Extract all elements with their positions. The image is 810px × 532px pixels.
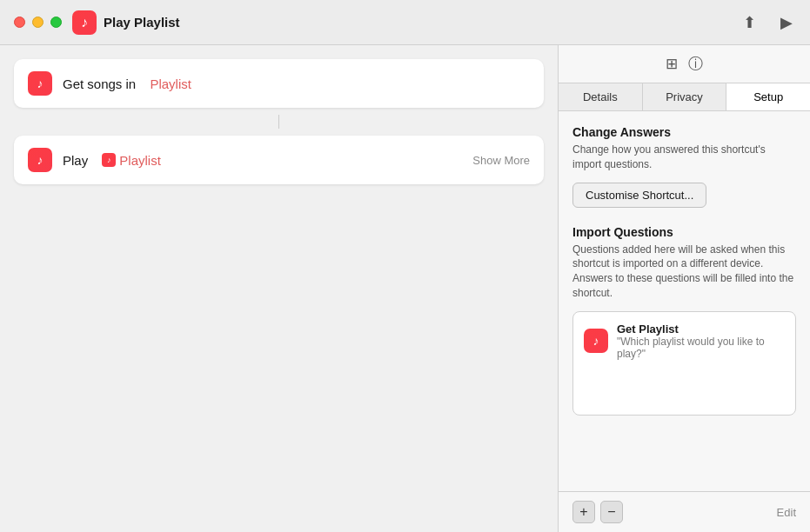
import-question-text-block: Get Playlist "Which playlist would you l… — [617, 323, 785, 360]
playlist-link-icon: ♪ — [102, 153, 116, 167]
play-button[interactable]: ▶ — [777, 10, 796, 36]
footer-buttons: + − — [572, 501, 623, 523]
titlebar: ♪ Play Playlist ⬆ ▶ — [0, 0, 810, 45]
customize-shortcut-button[interactable]: Customise Shortcut... — [572, 183, 706, 208]
main-content: ♪ Get songs in Playlist ♪ Play — [0, 45, 810, 532]
show-more-label[interactable]: Show More — [472, 154, 530, 167]
import-questions-desc: Questions added here will be asked when … — [572, 243, 796, 301]
import-questions-list: ♪ Get Playlist "Which playlist would you… — [572, 311, 796, 416]
panel-toolbar: ⊞ ⓘ — [559, 45, 810, 83]
import-question-music-icon: ♪ — [584, 329, 608, 353]
traffic-lights — [14, 17, 62, 28]
music-icon: ♪ — [37, 76, 44, 90]
panel-footer: + − Edit — [559, 491, 810, 532]
tab-setup[interactable]: Setup — [726, 83, 810, 110]
add-to-dock-button[interactable]: ⊞ — [666, 55, 678, 73]
share-icon: ⬆ — [743, 14, 756, 31]
remove-question-button[interactable]: − — [600, 501, 623, 523]
tab-details[interactable]: Details — [559, 83, 643, 110]
import-question-desc: "Which playlist would you like to play?" — [617, 336, 785, 360]
import-questions-title: Import Questions — [572, 225, 796, 239]
dock-add-icon: ⊞ — [666, 56, 678, 72]
window-title: Play Playlist — [104, 15, 740, 30]
maximize-button[interactable] — [50, 17, 62, 28]
left-panel: ♪ Get songs in Playlist ♪ Play — [0, 45, 558, 532]
play-icon: ▶ — [780, 14, 793, 31]
share-button[interactable]: ⬆ — [740, 10, 760, 36]
music-icon-2: ♪ — [37, 153, 44, 167]
right-panel: ⊞ ⓘ Details Privacy Setup Change Answers… — [558, 45, 810, 532]
edit-button[interactable]: Edit — [777, 506, 796, 519]
tab-privacy[interactable]: Privacy — [643, 83, 727, 110]
play-action-text: Play ♪ Playlist — [63, 153, 462, 168]
actions-divider — [278, 115, 279, 129]
play-action-icon: ♪ — [28, 148, 52, 172]
app-icon: ♪ — [72, 10, 97, 35]
play-playlist-link[interactable]: ♪ Playlist — [102, 153, 161, 168]
play-action[interactable]: ♪ Play ♪ Playlist Show More — [14, 136, 544, 184]
get-songs-action[interactable]: ♪ Get songs in Playlist — [14, 59, 544, 108]
panel-content: Change Answers Change how you answered t… — [559, 111, 810, 491]
minimize-button[interactable] — [32, 17, 44, 28]
music-note-icon: ♪ — [81, 15, 88, 30]
tabs: Details Privacy Setup — [559, 83, 810, 111]
get-songs-playlist-link[interactable]: Playlist — [150, 76, 191, 91]
get-songs-label: Get songs in — [63, 76, 136, 91]
play-label: Play — [63, 153, 88, 168]
change-answers-desc: Change how you answered this shortcut's … — [572, 143, 796, 172]
close-button[interactable] — [14, 17, 25, 28]
info-icon: ⓘ — [688, 56, 703, 72]
titlebar-actions: ⬆ ▶ — [740, 10, 796, 36]
import-question-name: Get Playlist — [617, 323, 785, 336]
info-button[interactable]: ⓘ — [688, 54, 703, 74]
change-answers-title: Change Answers — [572, 125, 796, 139]
import-question-item[interactable]: ♪ Get Playlist "Which playlist would you… — [573, 312, 795, 370]
add-question-button[interactable]: + — [572, 501, 595, 523]
get-songs-icon: ♪ — [28, 71, 52, 96]
get-songs-text: Get songs in Playlist — [63, 76, 530, 91]
